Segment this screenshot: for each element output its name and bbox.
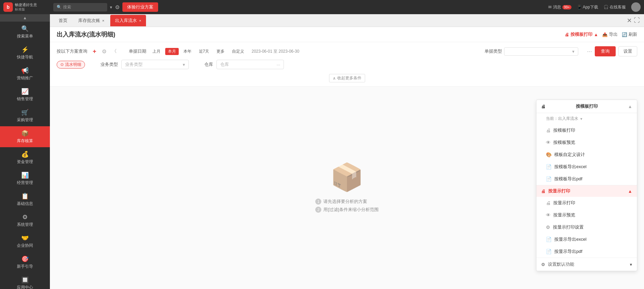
add-filter-button[interactable]: + [93, 48, 96, 55]
display-settings-icon: ⚙ [546, 225, 550, 230]
trial-button[interactable]: 体验行业方案 [122, 2, 158, 12]
footer-label: 设置默认功能 [548, 261, 574, 267]
search-icon: 🔍 [57, 5, 62, 9]
hint-item-2: 2 用[过滤]条件来缩小分析范围 [315, 207, 378, 213]
avatar[interactable] [631, 2, 641, 12]
warehouse-more-icon[interactable]: ··· [276, 62, 280, 67]
sidebar-item-purchase[interactable]: 🛒 采购管理 [0, 105, 50, 126]
template-custom-item[interactable]: 🎨 模板自定义设计 [536, 149, 637, 161]
current-arrow-icon: ▾ [580, 116, 582, 121]
biz-type-select[interactable]: 业务类型 ▾ [121, 60, 189, 69]
display-section-icon: 🖨 [541, 189, 546, 194]
date-opt-this-month[interactable]: 本月 [165, 48, 179, 55]
message-icon: ✉ [548, 5, 552, 9]
collapse-area: ∧ 收起更多条件 [57, 72, 637, 82]
sidebar-label: 应用中心 [17, 285, 33, 289]
biz-select-arrow-icon: ▾ [183, 62, 185, 67]
biz-type-label: 业务类型 [100, 61, 118, 68]
header-right: ✉ 消息 99+ 📱 App下载 🎧 在线客服 [548, 2, 641, 12]
export-button[interactable]: 📤 导出 [602, 31, 618, 37]
message-area[interactable]: ✉ 消息 99+ [548, 4, 572, 10]
gear-icon[interactable]: ⚙ [115, 4, 120, 10]
display-pdf-label: 按显示导出pdf [554, 248, 582, 255]
template-print-item[interactable]: 🖨 按模板打印 [536, 124, 637, 136]
display-excel-item[interactable]: 📄 按显示导出excel [536, 233, 637, 245]
footer-settings-icon: ⚙ [541, 262, 545, 267]
sidebar-item-apps[interactable]: 🔲 应用中心 [0, 273, 50, 289]
dropdown-footer[interactable]: ⚙ 设置默认功能 ▾ [536, 258, 637, 271]
page-header: 出入库流水(流水明细) 🖨 按模板打印 ▲ 📤 导出 🔄 刷新 [50, 27, 644, 42]
window-expand-icon[interactable]: ⛶ [634, 17, 640, 24]
app-name: 畅捷通好生意 [15, 2, 37, 7]
filter-settings-icon[interactable]: ⚙ [102, 48, 107, 55]
customer-service[interactable]: 🎧 在线客服 [604, 4, 626, 10]
date-opt-7days[interactable]: 近7天 [196, 48, 212, 55]
filter-type-area: 单据类型 ▾ [485, 47, 578, 56]
dropdown-collapse-icon[interactable]: ▲ [628, 104, 632, 109]
display-pdf-item[interactable]: 📄 按显示导出pdf [536, 245, 637, 258]
sidebar-label: 经营管理 [17, 180, 33, 186]
sidebar-item-ops[interactable]: 📊 经营管理 [0, 168, 50, 189]
date-opt-this-year[interactable]: 本年 [181, 48, 194, 55]
dropdown-icon[interactable]: ▾ [110, 5, 112, 10]
template-preview-label: 按模板预览 [553, 139, 575, 146]
sidebar-item-search[interactable]: 🔍 搜索菜单 [0, 22, 50, 43]
template-preview-item[interactable]: 👁 按模板预览 [536, 136, 637, 149]
sidebar-item-corp[interactable]: 🤝 企业协同 [0, 231, 50, 252]
tab-flow[interactable]: 出入库流水 × [110, 15, 146, 26]
date-opt-last-month[interactable]: 上月 [150, 48, 163, 55]
more-dots-icon[interactable]: ··· [587, 48, 592, 55]
filter-tag-chip[interactable]: ⊙ 流水明细 [57, 61, 85, 69]
sidebar-label: 资金管理 [17, 159, 33, 165]
dropdown-display-section-header[interactable]: 🖨 按显示打印 ▲ [536, 185, 637, 197]
tab-batch-close[interactable]: × [102, 19, 104, 23]
purchase-icon: 🛒 [21, 109, 29, 116]
tab-home[interactable]: 首页 [54, 15, 72, 26]
tab-flow-close[interactable]: × [139, 19, 141, 23]
receipt-type-select[interactable]: ▾ [504, 47, 578, 56]
collapse-button[interactable]: ∧ 收起更多条件 [329, 74, 365, 82]
app-download[interactable]: 📱 App下载 [577, 4, 598, 10]
main-layout: ▲ 🔍 搜索菜单 ⚡ 快捷导航 📢 营销推广 📈 销售管理 🛒 采购管理 📦 库… [0, 14, 644, 289]
guide-icon: 🎯 [21, 255, 29, 263]
refresh-button[interactable]: 🔄 刷新 [622, 31, 637, 37]
template-preview-icon: 👁 [546, 140, 551, 145]
template-excel-item[interactable]: 📄 按模板导出excel [536, 161, 637, 173]
date-opt-more[interactable]: 更多 [214, 48, 227, 55]
display-print-label: 按显示打印 [553, 200, 575, 206]
sidebar-item-inventory[interactable]: 📦 库存核算 [0, 126, 50, 147]
display-print-item[interactable]: 🖨 按显示打印 [536, 197, 637, 209]
header-search: 🔍 搜索 ▾ ⚙ 体验行业方案 [53, 2, 548, 12]
tab-flow-label: 出入库流水 [115, 18, 137, 24]
sidebar-label: 库存核算 [17, 138, 33, 144]
display-settings-item[interactable]: ⚙ 按显示打印设置 [536, 221, 637, 233]
export-label: 导出 [609, 31, 618, 37]
warehouse-select[interactable]: 仓库 ··· [216, 60, 284, 69]
display-preview-item[interactable]: 👁 按显示预览 [536, 209, 637, 221]
header-search-box[interactable]: 🔍 搜索 [53, 3, 107, 11]
sidebar-item-guide[interactable]: 🎯 新手引导 [0, 252, 50, 273]
sidebar-item-system[interactable]: ⚙ 系统管理 [0, 210, 50, 231]
sidebar-item-marketing[interactable]: 📢 营销推广 [0, 63, 50, 84]
system-icon: ⚙ [22, 213, 28, 221]
window-close-icon[interactable]: ✕ [627, 17, 632, 24]
page-actions: 🖨 按模板打印 ▲ 📤 导出 🔄 刷新 [565, 31, 637, 37]
sidebar-scroll-up[interactable]: ▲ [0, 14, 50, 22]
query-button[interactable]: 查询 [595, 46, 616, 56]
date-opt-custom[interactable]: 自定义 [229, 48, 247, 55]
inventory-icon: 📦 [21, 130, 29, 137]
filter-collapse-icon[interactable]: 《 [112, 48, 117, 54]
print-template-button[interactable]: 🖨 按模板打印 ▲ [565, 31, 598, 37]
tab-batch[interactable]: 库存批次账 × [74, 15, 109, 26]
hint-text-1: 请先选择要分析的方案 [323, 199, 367, 205]
sidebar-item-sales[interactable]: 📈 销售管理 [0, 84, 50, 105]
filter-label: 按以下方案查询 [57, 48, 87, 54]
content-area: 首页 库存批次账 × 出入库流水 × ✕ ⛶ 出入库流水(流水明细) 🖨 按模板… [50, 14, 644, 289]
display-excel-icon: 📄 [546, 237, 552, 242]
sidebar-item-basic[interactable]: 📋 基础信息 [0, 189, 50, 210]
template-pdf-item[interactable]: 📄 按模板导出pdf [536, 173, 637, 185]
sidebar-item-quick-nav[interactable]: ⚡ 快捷导航 [0, 43, 50, 63]
settings-button[interactable]: 设置 [618, 46, 637, 56]
sidebar-item-finance[interactable]: 💰 资金管理 [0, 147, 50, 168]
refresh-label: 刷新 [628, 31, 637, 37]
